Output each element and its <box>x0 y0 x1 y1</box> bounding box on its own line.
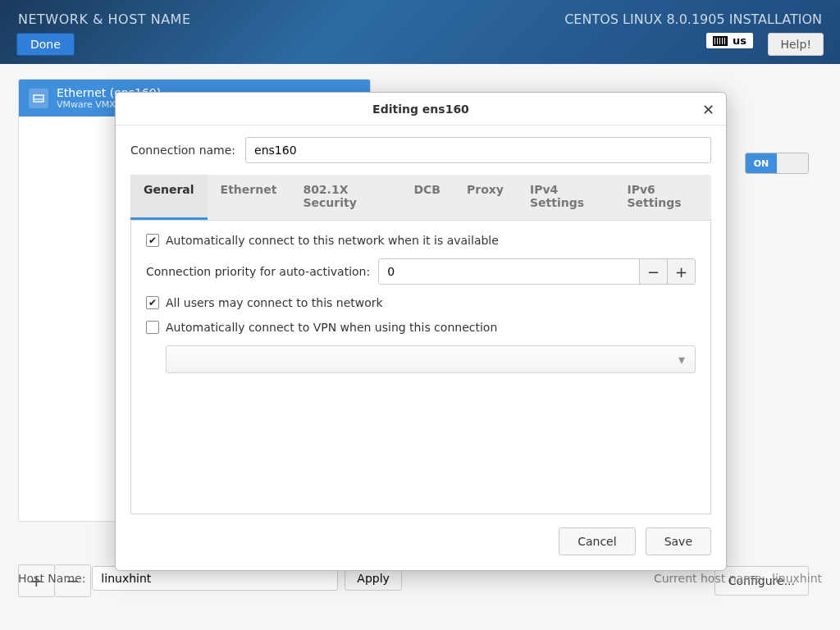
connection-toggle[interactable]: ON <box>745 153 809 174</box>
keyboard-icon <box>713 36 728 46</box>
dialog-body: Connection name: General Ethernet 802.1X… <box>116 126 726 514</box>
help-button[interactable]: Help! <box>768 33 824 56</box>
connection-name-label: Connection name: <box>130 144 235 157</box>
current-hostname-label: Current host name: <box>654 572 765 585</box>
tab-ipv4-settings[interactable]: IPv4 Settings <box>517 175 614 220</box>
all-users-label: All users may connect to this network <box>166 296 383 309</box>
connection-name-row: Connection name: <box>130 137 711 163</box>
tab-ipv6-settings[interactable]: IPv6 Settings <box>614 175 711 220</box>
dialog-tabs: General Ethernet 802.1X Security DCB Pro… <box>130 175 711 221</box>
tab-proxy[interactable]: Proxy <box>454 175 517 220</box>
keyboard-indicator[interactable]: us <box>706 33 753 48</box>
dialog-actions: Cancel Save <box>116 514 726 570</box>
close-icon[interactable]: ✕ <box>702 101 714 118</box>
auto-connect-label: Automatically connect to this network wh… <box>166 234 499 247</box>
installer-header: NETWORK & HOST NAME CENTOS LINUX 8.0.190… <box>0 0 840 64</box>
ethernet-icon <box>29 89 48 108</box>
dialog-title: Editing ens160 <box>372 103 469 116</box>
connection-name-input[interactable] <box>245 137 711 163</box>
page-title: NETWORK & HOST NAME <box>18 11 191 27</box>
auto-vpn-row: Automatically connect to VPN when using … <box>146 321 696 334</box>
save-button[interactable]: Save <box>646 527 711 555</box>
all-users-checkbox[interactable] <box>146 296 159 309</box>
priority-spinner: − + <box>378 258 696 285</box>
priority-decrement-button[interactable]: − <box>639 259 667 284</box>
toggle-handle <box>777 153 808 173</box>
dialog-titlebar: Editing ens160 ✕ <box>116 93 726 126</box>
auto-vpn-label: Automatically connect to VPN when using … <box>166 321 497 334</box>
priority-input[interactable] <box>379 259 639 284</box>
auto-connect-checkbox[interactable] <box>146 234 159 247</box>
auto-vpn-checkbox[interactable] <box>146 321 159 334</box>
tab-8021x-security[interactable]: 802.1X Security <box>290 175 400 220</box>
cancel-button[interactable]: Cancel <box>559 527 635 555</box>
auto-connect-row: Automatically connect to this network wh… <box>146 234 696 247</box>
tab-ethernet[interactable]: Ethernet <box>208 175 290 220</box>
all-users-row: All users may connect to this network <box>146 296 696 309</box>
keyboard-layout-label: us <box>733 34 746 47</box>
edit-connection-dialog: Editing ens160 ✕ Connection name: Genera… <box>115 92 727 571</box>
priority-label: Connection priority for auto-activation: <box>146 265 370 278</box>
toggle-on-label: ON <box>746 153 777 173</box>
priority-row: Connection priority for auto-activation:… <box>146 258 696 285</box>
priority-increment-button[interactable]: + <box>667 259 695 284</box>
tab-dcb[interactable]: DCB <box>400 175 454 220</box>
tab-panel-general: Automatically connect to this network wh… <box>130 221 711 514</box>
tab-general[interactable]: General <box>130 175 208 220</box>
vpn-select[interactable] <box>166 345 696 373</box>
done-button[interactable]: Done <box>16 33 75 56</box>
hostname-label: Host Name: <box>18 572 85 585</box>
product-title: CENTOS LINUX 8.0.1905 INSTALLATION <box>564 11 822 27</box>
current-hostname-value: linuxhint <box>772 572 822 585</box>
